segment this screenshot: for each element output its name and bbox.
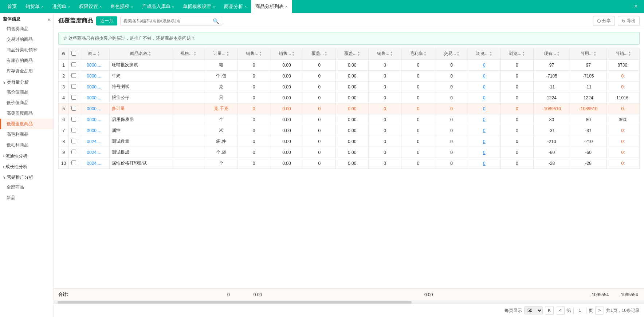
nav-analysis[interactable]: 商品分析× [220, 0, 251, 13]
col-sales1[interactable]: 销售...▲▼ [237, 48, 270, 60]
share-button[interactable]: ⬡ 分享 [593, 16, 615, 26]
row-sales2: 0.00 [270, 82, 303, 92]
sidebar-item-low-profit[interactable]: 低毛利商品 [0, 140, 54, 150]
row-browse1[interactable]: 0 [468, 114, 500, 125]
row-browse1[interactable]: 0 [468, 82, 500, 92]
row-name[interactable]: 属性 [109, 125, 172, 136]
nav-products[interactable]: 产成品入库单× [138, 0, 178, 13]
col-cover1[interactable]: 覆盖...▲▼ [303, 48, 336, 60]
row-unit: 克 [205, 82, 237, 92]
sidebar-group-marketing[interactable]: ∨营销推广分析 [0, 171, 54, 182]
row-name[interactable]: 测试数量 [109, 136, 172, 147]
row-name[interactable]: 眼宝公仔 [109, 92, 172, 103]
row-checkbox[interactable] [69, 92, 79, 103]
prev-page-btn[interactable]: < [556, 306, 565, 315]
sidebar-item-traded-goods[interactable]: 交易过的商品 [0, 34, 54, 45]
sidebar-group-flow[interactable]: ›流通性分析 [0, 150, 54, 161]
row-checkbox[interactable] [69, 103, 79, 114]
export-button[interactable]: ↻ 导出 [618, 16, 640, 26]
sidebar-group-growth[interactable]: ›成长性分析 [0, 161, 54, 171]
sidebar-item-high-value[interactable]: 高价值商品 [0, 87, 54, 98]
settings-col-header[interactable]: ⚙ [59, 48, 69, 60]
row-name[interactable]: 测试提成 [109, 147, 172, 158]
sidebar-collapse-btn[interactable]: « [48, 16, 51, 22]
sidebar-item-low-coverage[interactable]: 低覆盖度商品 [0, 119, 54, 129]
sidebar-item-new-goods[interactable]: 新品 [0, 193, 54, 203]
row-name[interactable]: 符号测试 [109, 82, 172, 92]
row-name[interactable]: 旺辅批次测试 [109, 60, 172, 71]
sidebar-item-low-value[interactable]: 低价值商品 [0, 98, 54, 108]
data-table: ⚙ 商...▲▼ 商品名称▲▼ 规格...▲▼ 计量...▲▼ 销售...▲▼ … [58, 48, 640, 169]
row-browse1[interactable]: 0 [468, 92, 500, 103]
row-spec [172, 158, 205, 169]
row-browse1[interactable]: 0 [468, 125, 500, 136]
sidebar-item-all-goods[interactable]: 全部商品 [0, 182, 54, 193]
row-browse1[interactable]: 0 [468, 71, 500, 82]
filter-recent-month-btn[interactable]: 近一月 [96, 16, 117, 25]
row-name[interactable]: 牛奶 [109, 71, 172, 82]
row-checkbox[interactable] [69, 82, 79, 92]
table-row: 9 0024.... 测试提成 个,袋 0 0.00 0 0.00 0 0 0 … [59, 147, 640, 158]
row-name[interactable]: 属性价格打印测试 [109, 158, 172, 169]
col-sales3[interactable]: 销售...▲▼ [369, 48, 401, 60]
col-browse2[interactable]: 浏览...▲▼ [500, 48, 533, 60]
nav-purchase[interactable]: 进货单× [48, 0, 74, 13]
col-sellable[interactable]: 可销...▲▼ [606, 48, 639, 60]
row-browse1[interactable]: 0 [468, 60, 500, 71]
per-page-select[interactable]: 50 100 200 [524, 306, 543, 314]
col-cover2[interactable]: 覆盖...▲▼ [336, 48, 369, 60]
row-name[interactable]: 启用保质期 [109, 114, 172, 125]
row-sales3: 0 [369, 147, 401, 158]
row-checkbox[interactable] [69, 158, 79, 169]
row-browse1[interactable]: 0 [468, 147, 500, 158]
col-sales2[interactable]: 销售...▲▼ [270, 48, 303, 60]
col-spec[interactable]: 规格...▲▼ [172, 48, 205, 60]
sidebar-item-high-profit[interactable]: 高毛利商品 [0, 129, 54, 140]
sidebar-item-category-rate[interactable]: 商品分类动销率 [0, 45, 54, 55]
next-page-btn[interactable]: > [595, 306, 604, 315]
checkbox-col-header[interactable] [69, 48, 79, 60]
nav-roles[interactable]: 角色授权× [106, 0, 137, 13]
row-sales3: 0 [369, 60, 401, 71]
window-close-button[interactable]: × [631, 1, 641, 12]
row-checkbox[interactable] [69, 60, 79, 71]
col-available[interactable]: 可用...▲▼ [570, 48, 607, 60]
row-browse1[interactable]: 0 [468, 136, 500, 147]
sidebar-item-in-stock[interactable]: 有库存的商品 [0, 55, 54, 66]
col-browse1[interactable]: 浏览...▲▼ [468, 48, 500, 60]
col-code[interactable]: 商...▲▼ [79, 48, 110, 60]
nav-templates[interactable]: 单据模板设置× [178, 0, 219, 13]
sidebar-group-cluster[interactable]: ∨类群量分析 [0, 76, 54, 87]
select-all-checkbox[interactable] [71, 51, 76, 56]
sidebar-item-high-coverage[interactable]: 高覆盖度商品 [0, 108, 54, 119]
nav-sales[interactable]: 销货单× [21, 0, 48, 13]
nav-permissions[interactable]: 权限设置× [75, 0, 106, 13]
col-name[interactable]: 商品名称▲▼ [109, 48, 172, 60]
row-gross: 0 [401, 147, 435, 158]
col-trade[interactable]: 交易...▲▼ [435, 48, 468, 60]
col-unit[interactable]: 计量...▲▼ [205, 48, 237, 60]
row-checkbox[interactable] [69, 147, 79, 158]
sidebar-item-sales-goods[interactable]: 销售类商品 [0, 24, 54, 34]
row-spec [172, 71, 205, 82]
row-checkbox[interactable] [69, 114, 79, 125]
row-sellable: 8730: [606, 60, 639, 71]
search-input[interactable] [123, 19, 213, 24]
nav-analysis-list[interactable]: 商品分析列表× [251, 0, 292, 13]
row-sellable: 0: [606, 158, 639, 169]
page-number-input[interactable] [573, 307, 586, 314]
search-box[interactable]: 🔍 [120, 17, 222, 25]
row-browse1[interactable]: 0 [468, 158, 500, 169]
row-checkbox[interactable] [69, 136, 79, 147]
row-checkbox[interactable] [69, 125, 79, 136]
first-page-btn[interactable]: K [545, 306, 554, 315]
pagination-bar: 每页显示 50 100 200 K < 第 页 > 共1页，10条记录 [54, 304, 644, 317]
row-checkbox[interactable] [69, 71, 79, 82]
col-current[interactable]: 现有...▲▼ [533, 48, 570, 60]
row-name[interactable]: 多计量 [109, 103, 172, 114]
col-gross[interactable]: 毛利率▲▼ [401, 48, 435, 60]
row-browse1[interactable]: 0 [468, 103, 500, 114]
nav-home[interactable]: 首页 [3, 0, 21, 13]
row-unit: 克,千克 [205, 103, 237, 114]
sidebar-item-stock-fund[interactable]: 库存资金占用 [0, 66, 54, 76]
